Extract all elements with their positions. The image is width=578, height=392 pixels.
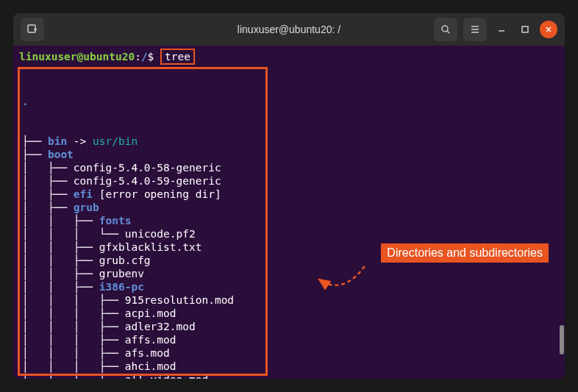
maximize-icon — [521, 26, 529, 33]
tree-line: │ │ │ ├── affs.mod — [22, 333, 559, 346]
prompt-line: linuxuser@ubuntu20:/$ tree — [19, 49, 559, 65]
tree-line: │ │ ├── i386-pc — [22, 280, 559, 293]
tree-line: │ ├── config-5.4.0-59-generic — [22, 174, 559, 188]
scrollbar-thumb[interactable] — [560, 325, 564, 354]
hamburger-icon — [470, 24, 480, 35]
svg-point-3 — [442, 26, 448, 32]
search-icon — [440, 24, 451, 35]
prompt-separator: : — [135, 51, 141, 63]
command-text: tree — [165, 51, 190, 63]
svg-line-4 — [447, 31, 449, 33]
prompt-path: / — [141, 51, 148, 63]
tree-line: │ ├── grub — [22, 201, 559, 214]
tree-line: │ ├── efi [error opening dir] — [22, 188, 559, 201]
tree-line: │ │ │ ├── ahci.mod — [22, 360, 559, 373]
tree-output: . ├── bin -> usr/bin├── boot│ ├── config… — [19, 65, 559, 379]
close-button[interactable] — [540, 21, 557, 38]
titlebar: linuxuser@ubuntu20: / — [13, 13, 565, 46]
scrollbar[interactable] — [559, 90, 565, 379]
minimize-button[interactable] — [493, 21, 510, 38]
tree-line: │ │ │ ├── afs.mod — [22, 346, 559, 360]
prompt-user-host: linuxuser@ubuntu20 — [19, 51, 135, 63]
tree-line: │ │ ├── grubenv — [22, 267, 559, 280]
maximize-button[interactable] — [516, 21, 534, 38]
svg-rect-0 — [28, 25, 35, 32]
tree-line: │ │ │ ├── adler32.mod — [22, 320, 559, 333]
tree-line: │ ├── config-5.4.0-58-generic — [22, 161, 559, 174]
tree-line: │ │ │ └── unicode.pf2 — [22, 227, 559, 240]
command-highlight: tree — [160, 49, 195, 65]
tree-root-dot: . — [22, 96, 29, 107]
window-title: linuxuser@ubuntu20: / — [238, 24, 340, 35]
new-tab-button[interactable] — [21, 18, 44, 41]
tree-line: │ │ │ ├── all_video.mod — [22, 373, 559, 379]
svg-rect-9 — [522, 26, 528, 32]
minimize-icon — [498, 26, 505, 33]
tree-line: │ │ ├── fonts — [22, 214, 559, 227]
close-icon — [545, 26, 552, 33]
titlebar-left — [21, 18, 44, 41]
tree-line: │ │ │ ├── acpi.mod — [22, 307, 559, 320]
terminal-window: linuxuser@ubuntu20: / — [13, 13, 565, 379]
tree-line: ├── bin -> usr/bin — [22, 135, 559, 148]
prompt-dollar: $ — [148, 51, 160, 63]
tree-line: ├── boot — [22, 148, 559, 161]
annotation-label: Directories and subdirectories — [381, 243, 549, 263]
search-button[interactable] — [434, 18, 457, 41]
menu-button[interactable] — [463, 18, 487, 41]
titlebar-right — [434, 18, 557, 41]
terminal-body[interactable]: linuxuser@ubuntu20:/$ tree . ├── bin -> … — [13, 46, 565, 379]
tree-line: │ │ │ ├── 915resolution.mod — [22, 293, 559, 307]
new-tab-icon — [26, 24, 38, 35]
